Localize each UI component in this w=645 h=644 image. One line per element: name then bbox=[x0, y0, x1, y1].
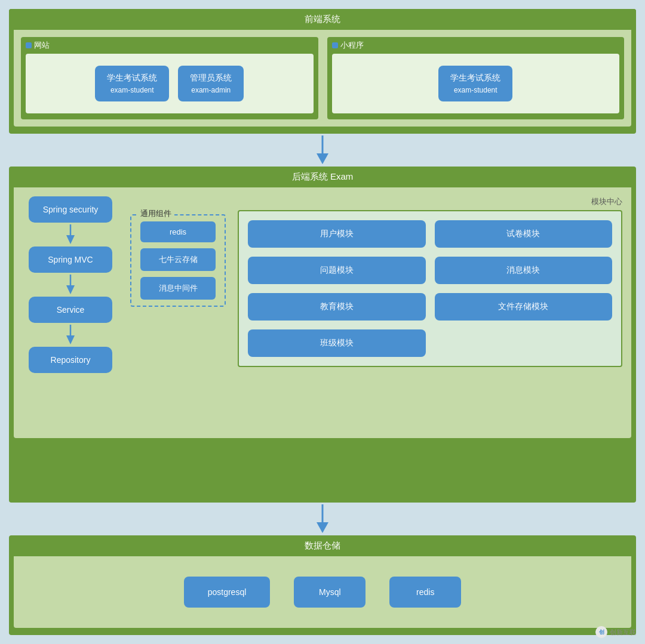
website-subsystem: 网站 学生考试系统 exam-student 管理员系统 exam-admin bbox=[21, 37, 318, 119]
exam-student-box: 学生考试系统 exam-student bbox=[95, 66, 169, 101]
watermark-text: 创新互联 bbox=[610, 628, 636, 637]
watermark: 创 创新互联 bbox=[595, 626, 636, 638]
common-label: 通用组件 bbox=[137, 208, 174, 219]
svg-marker-1 bbox=[317, 153, 328, 164]
data-body: postgresql Mysql redis bbox=[14, 556, 631, 628]
mysql-box: Mysql bbox=[294, 577, 366, 608]
frontend-title: 前端系统 bbox=[9, 9, 636, 30]
module-grid-container: 用户模块 试卷模块 问题模块 消息模块 教育模块 文件存储模块 班级模块 bbox=[238, 210, 622, 367]
backend-body: Spring security Spring MVC Service bbox=[14, 187, 631, 438]
module-grid: 用户模块 试卷模块 问题模块 消息模块 教育模块 文件存储模块 班级模块 bbox=[248, 220, 612, 357]
arrow-frontend-backend bbox=[9, 134, 636, 167]
watermark-icon: 创 bbox=[595, 626, 607, 638]
arrow-backend-data bbox=[9, 503, 636, 535]
postgresql-box: postgresql bbox=[184, 577, 271, 608]
website-dot bbox=[26, 42, 32, 48]
data-title: 数据仓储 bbox=[9, 535, 636, 556]
message-module: 消息模块 bbox=[435, 257, 613, 284]
svg-marker-5 bbox=[66, 285, 75, 294]
filestorage-module: 文件存储模块 bbox=[435, 293, 613, 321]
education-module: 教育模块 bbox=[248, 293, 426, 321]
main-wrapper: 前端系统 网站 学生考试系统 exam-student 管理员系统 exam-a… bbox=[0, 0, 645, 644]
common-components: 通用组件 redis 七牛云存储 消息中间件 bbox=[130, 214, 226, 307]
qiniu-item: 七牛云存储 bbox=[140, 248, 216, 271]
flow-arrow-3 bbox=[64, 323, 76, 347]
frontend-section: 前端系统 网站 学生考试系统 exam-student 管理员系统 exam-a… bbox=[9, 9, 636, 134]
svg-marker-7 bbox=[66, 335, 75, 344]
svg-marker-9 bbox=[317, 522, 328, 533]
flow-column: Spring security Spring MVC Service bbox=[23, 196, 118, 429]
repository-box: Repository bbox=[29, 347, 112, 373]
exam-module: 试卷模块 bbox=[435, 220, 613, 248]
svg-marker-3 bbox=[66, 235, 75, 244]
flow-arrow-1 bbox=[64, 223, 76, 246]
user-module: 用户模块 bbox=[248, 220, 426, 248]
data-section: 数据仓储 postgresql Mysql redis bbox=[9, 535, 636, 635]
miniapp-body: 学生考试系统 exam-student bbox=[332, 54, 620, 113]
exam-admin-box: 管理员系统 exam-admin bbox=[178, 66, 244, 101]
miniapp-subsystem: 小程序 学生考试系统 exam-student bbox=[327, 37, 625, 119]
website-body: 学生考试系统 exam-student 管理员系统 exam-admin bbox=[26, 54, 314, 113]
spring-security-box: Spring security bbox=[29, 196, 112, 223]
redis-item: redis bbox=[140, 221, 216, 242]
module-center: 模块中心 用户模块 试卷模块 问题模块 消息模块 教育模块 文件存储模块 班级模… bbox=[238, 196, 622, 429]
frontend-body: 网站 学生考试系统 exam-student 管理员系统 exam-admin bbox=[14, 30, 631, 127]
question-module: 问题模块 bbox=[248, 257, 426, 284]
module-center-label: 模块中心 bbox=[238, 196, 622, 207]
mq-item: 消息中间件 bbox=[140, 277, 216, 300]
data-redis-box: redis bbox=[389, 577, 461, 608]
miniapp-dot bbox=[332, 42, 338, 48]
miniapp-label: 小程序 bbox=[340, 40, 364, 51]
spring-mvc-box: Spring MVC bbox=[29, 246, 112, 273]
website-label: 网站 bbox=[34, 40, 50, 51]
backend-title: 后端系统 Exam bbox=[9, 167, 636, 187]
backend-section: 后端系统 Exam Spring security Spring MVC bbox=[9, 167, 636, 503]
miniapp-exam-student-box: 学生考试系统 exam-student bbox=[438, 66, 512, 101]
flow-arrow-2 bbox=[64, 273, 76, 297]
class-module: 班级模块 bbox=[248, 329, 426, 357]
service-box: Service bbox=[29, 297, 112, 323]
